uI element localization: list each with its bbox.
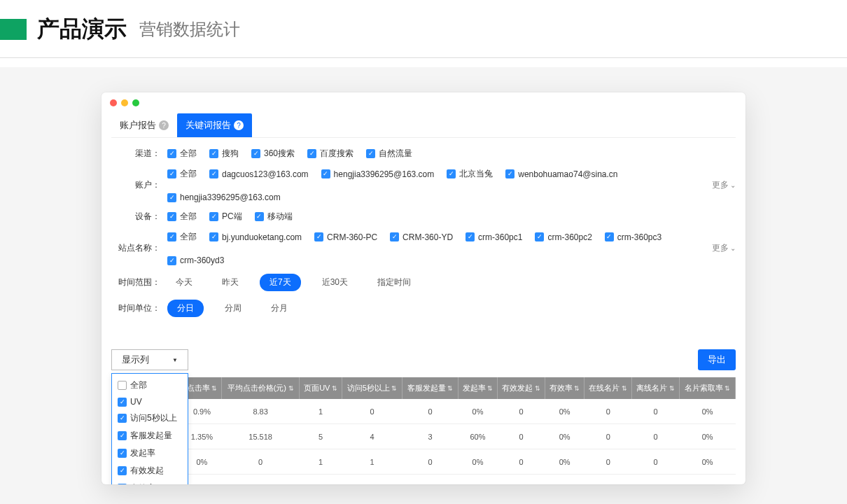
checkbox-option[interactable]: CRM-360-PC bbox=[314, 232, 377, 242]
table-cell: 0 bbox=[402, 475, 458, 485]
pill-option[interactable]: 分日 bbox=[167, 300, 204, 317]
column-header-label: 页面UV bbox=[304, 384, 337, 392]
table-cell: 0 bbox=[632, 475, 680, 485]
table-cell: 0 bbox=[498, 424, 545, 449]
table-cell: 0 bbox=[584, 475, 632, 485]
more-link[interactable]: 更多 bbox=[712, 242, 736, 254]
checkbox-option[interactable]: 全部 bbox=[167, 168, 197, 180]
dropdown-item-label: UV bbox=[130, 397, 142, 407]
column-header-label: 客服发起量 bbox=[407, 384, 454, 392]
table-header-cell[interactable]: 有效率 bbox=[545, 377, 584, 399]
dropdown-item[interactable]: 有效率 bbox=[116, 479, 183, 484]
checkbox-icon bbox=[307, 149, 316, 158]
pill-option[interactable]: 近30天 bbox=[314, 274, 356, 291]
pill-option[interactable]: 昨天 bbox=[214, 274, 247, 291]
checkbox-option[interactable]: 360搜索 bbox=[251, 148, 295, 160]
column-header-label: 点击率 bbox=[187, 384, 218, 392]
pill-option[interactable]: 近7天 bbox=[260, 274, 301, 291]
filter-row-device: 设备：全部PC端移动端 bbox=[111, 206, 736, 227]
export-button[interactable]: 导出 bbox=[698, 349, 736, 370]
table-cell: 0% bbox=[458, 449, 497, 475]
checkbox-option[interactable]: 北京当兔 bbox=[447, 168, 493, 180]
page-title: 产品演示 bbox=[37, 14, 127, 45]
table-header-cell[interactable]: 平均点击价格(元) bbox=[222, 377, 300, 399]
checkbox-label: 百度搜索 bbox=[320, 148, 354, 160]
table-cell: 0 bbox=[402, 449, 458, 475]
maximize-icon[interactable] bbox=[132, 99, 139, 106]
close-icon[interactable] bbox=[110, 99, 117, 106]
table-header-cell[interactable]: 离线名片 bbox=[632, 377, 680, 399]
table-header-cell[interactable]: 页面UV bbox=[300, 377, 342, 399]
checkbox-option[interactable]: hengjia3396295@163.com bbox=[321, 169, 435, 179]
checkbox-option[interactable]: 全部 bbox=[167, 211, 197, 223]
dropdown-item-label: 发起率 bbox=[130, 447, 155, 459]
pill-option[interactable]: 分周 bbox=[216, 300, 250, 317]
checkbox-icon bbox=[167, 193, 176, 202]
tab-keyword-report[interactable]: 关键词报告 ? bbox=[177, 113, 252, 137]
pill-option[interactable]: 分月 bbox=[262, 300, 296, 317]
checkbox-option[interactable]: PC端 bbox=[209, 211, 242, 223]
table-header-cell[interactable]: 客服发起量 bbox=[402, 377, 458, 399]
table-header-cell[interactable]: 有效发起 bbox=[498, 377, 545, 399]
help-icon[interactable]: ? bbox=[159, 120, 169, 130]
column-select[interactable]: 显示列 bbox=[111, 349, 188, 370]
dropdown-item[interactable]: UV bbox=[116, 394, 183, 410]
minimize-icon[interactable] bbox=[121, 99, 128, 106]
checkbox-label: 全部 bbox=[180, 168, 197, 180]
table-cell: 0 bbox=[498, 449, 545, 475]
table-toolbar: 显示列 全部UV访问5秒以上客服发起量发起率有效发起有效率在线名片离线名片名片索… bbox=[111, 349, 736, 370]
table-cell: 15.518 bbox=[222, 424, 300, 449]
table-header-cell[interactable]: 名片索取率 bbox=[680, 377, 736, 399]
checkbox-icon bbox=[167, 256, 176, 265]
checkbox-option[interactable]: 移动端 bbox=[255, 211, 293, 223]
checkbox-icon bbox=[118, 466, 127, 475]
table-row[interactable]: bj-云朵课堂堂0.9%8.831000%00%000% bbox=[111, 399, 736, 424]
checkbox-icon bbox=[167, 212, 176, 221]
table-header-cell[interactable]: 在线名片 bbox=[584, 377, 632, 399]
dropdown-item[interactable]: 全部 bbox=[116, 377, 183, 394]
data-table-wrap[interactable]: 账户费点击率平均点击价格(元)页面UV访问5秒以上客服发起量发起率有效发起有效率… bbox=[111, 377, 736, 484]
checkbox-option[interactable]: hengjia3396295@163.com bbox=[167, 192, 281, 202]
pill-option[interactable]: 指定时间 bbox=[369, 274, 419, 291]
table-row[interactable]: bj-云朵课堂堂4.55%6.241000%00%000% bbox=[111, 475, 736, 485]
table-header-cell[interactable]: 发起率 bbox=[458, 377, 497, 399]
checkbox-option[interactable]: 全部 bbox=[167, 148, 197, 160]
checkbox-option[interactable]: 百度搜索 bbox=[307, 148, 354, 160]
checkbox-option[interactable]: 自然流量 bbox=[366, 148, 412, 160]
column-header-label: 平均点击价格(元) bbox=[227, 384, 294, 392]
filter-label: 时间单位： bbox=[111, 302, 160, 314]
dropdown-item[interactable]: 访问5秒以上 bbox=[116, 410, 183, 427]
table-row[interactable]: bj-云朵课堂堂0%01100%00%000% bbox=[111, 449, 736, 475]
column-header-label: 有效发起 bbox=[502, 384, 540, 392]
table-row[interactable]: bj-云朵课堂堂1.35%15.51854360%00%000% bbox=[111, 424, 736, 449]
checkbox-label: hengjia3396295@163.com bbox=[180, 192, 281, 202]
pill-option[interactable]: 今天 bbox=[167, 274, 201, 291]
help-icon[interactable]: ? bbox=[234, 120, 244, 130]
dropdown-item[interactable]: 客服发起量 bbox=[116, 427, 183, 444]
checkbox-label: 移动端 bbox=[267, 211, 293, 223]
checkbox-label: PC端 bbox=[222, 211, 242, 223]
table-cell: 1 bbox=[300, 475, 342, 485]
dropdown-item[interactable]: 有效发起 bbox=[116, 462, 183, 479]
column-header-label: 名片索取率 bbox=[685, 384, 731, 392]
checkbox-icon bbox=[390, 232, 399, 241]
table-cell: 0 bbox=[584, 424, 632, 449]
checkbox-icon bbox=[167, 232, 176, 241]
table-cell: 0% bbox=[545, 424, 584, 449]
checkbox-option[interactable]: CRM-360-YD bbox=[390, 232, 453, 242]
dropdown-item[interactable]: 发起率 bbox=[116, 444, 183, 462]
table-header-cell[interactable]: 访问5秒以上 bbox=[342, 377, 402, 399]
checkbox-option[interactable]: dagcuos123@163.com bbox=[209, 169, 309, 179]
table-cell: 0% bbox=[680, 399, 736, 424]
tab-account-report[interactable]: 账户报告 ? bbox=[111, 113, 177, 137]
checkbox-option[interactable]: crm-360pc2 bbox=[535, 232, 592, 242]
checkbox-option[interactable]: wenbohuamao74@sina.cn bbox=[505, 169, 617, 179]
checkbox-option[interactable]: crm-360pc1 bbox=[465, 232, 522, 242]
checkbox-option[interactable]: 全部 bbox=[167, 231, 197, 243]
filter-label: 设备： bbox=[111, 211, 160, 223]
more-link[interactable]: 更多 bbox=[712, 179, 736, 191]
checkbox-option[interactable]: bj.yunduoketang.com bbox=[209, 232, 302, 242]
checkbox-option[interactable]: crm-360yd3 bbox=[167, 255, 224, 265]
checkbox-option[interactable]: 搜狗 bbox=[209, 148, 239, 160]
checkbox-option[interactable]: crm-360pc3 bbox=[605, 232, 662, 242]
